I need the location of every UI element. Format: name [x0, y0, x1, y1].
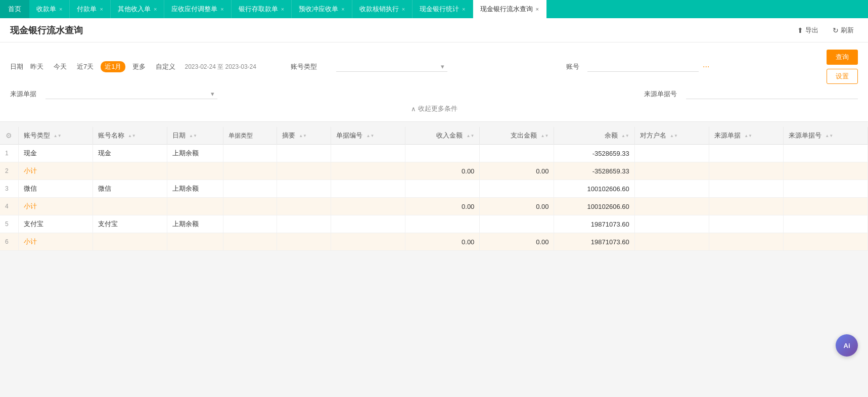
table-cell [223, 180, 277, 198]
account-type-select[interactable]: ▾ [336, 62, 447, 72]
table-cell [277, 180, 331, 198]
table-cell [709, 162, 783, 180]
nav-tab-6[interactable]: 收款核销执行 × [352, 0, 413, 18]
nav-tab-5[interactable]: 预收冲应收单 × [292, 0, 352, 18]
source-doc-no-input[interactable] [686, 89, 858, 99]
settings-button[interactable]: 设置 [827, 69, 858, 84]
table-body: 1现金现金上期余额-3528659.332小计0.000.00-3528659.… [0, 145, 868, 251]
chevron-down-icon-2: ▾ [211, 90, 214, 98]
nav-tab-7[interactable]: 现金银行统计 × [413, 0, 473, 18]
filter-row-1: 日期 昨天 今天 近7天 近1月 更多 自定义 2023-02-24 至 202… [10, 50, 858, 84]
table-cell: 支付宝 [18, 215, 93, 233]
page-header: 现金银行流水查询 ⬆ 导出 ↻ 刷新 [0, 18, 868, 42]
date-btn-custom[interactable]: 自定义 [153, 61, 178, 72]
sort-icon-doc-no[interactable]: ▲▼ [367, 134, 375, 138]
table-cell [331, 180, 405, 198]
table-header-row: ⚙ 账号类型 ▲▼ 账号名称 ▲▼ 日期 ▲▼ 单据类型 摘要 ▲▼ [0, 127, 868, 145]
table-cell [223, 145, 277, 162]
nav-tab-8[interactable]: 现金银行流水查询 × [473, 0, 546, 18]
table-cell: -3528659.33 [554, 145, 634, 162]
table-cell: 上期余额 [167, 145, 223, 162]
close-icon-1[interactable]: × [100, 6, 103, 12]
table-cell [223, 162, 277, 180]
table-cell: 小计 [18, 162, 93, 180]
sort-icon-source-doc[interactable]: ▲▼ [744, 134, 752, 138]
table-cell: 1 [0, 145, 18, 162]
filter-row-2: 来源单据 ▾ 来源单据号 [10, 89, 858, 99]
close-icon-6[interactable]: × [402, 6, 405, 12]
table-cell [167, 162, 223, 180]
table-cell [331, 215, 405, 233]
nav-tab-2[interactable]: 其他收入单 × [111, 0, 164, 18]
account-input[interactable] [587, 62, 699, 72]
date-btn-1month[interactable]: 近1月 [101, 61, 125, 72]
table-cell: -3528659.33 [554, 162, 634, 180]
collapse-bar[interactable]: ∧ 收起更多条件 [10, 102, 858, 114]
table-cell: 4 [0, 198, 18, 215]
source-doc-no-label: 来源单据号 [644, 90, 677, 99]
account-group: 账号 ··· [566, 62, 827, 72]
source-doc-select[interactable]: ▾ [45, 89, 217, 99]
query-button[interactable]: 查询 [827, 50, 858, 65]
more-options-icon[interactable]: ··· [703, 62, 709, 71]
date-btn-yesterday[interactable]: 昨天 [27, 61, 47, 72]
date-btn-more[interactable]: 更多 [129, 61, 149, 72]
table-cell [783, 198, 867, 215]
sort-icon-summary[interactable]: ▲▼ [299, 134, 307, 138]
close-icon-8[interactable]: × [536, 6, 539, 12]
close-icon-2[interactable]: × [154, 6, 157, 12]
close-icon-3[interactable]: × [220, 6, 223, 12]
close-icon-7[interactable]: × [462, 6, 465, 12]
export-label: 导出 [805, 26, 818, 35]
table-cell [93, 233, 167, 251]
collapse-up-icon: ∧ [411, 105, 416, 113]
export-button[interactable]: ⬆ 导出 [793, 24, 823, 37]
table-cell [167, 198, 223, 215]
table-cell: 现金 [93, 145, 167, 162]
source-doc-no-group: 来源单据号 [644, 89, 858, 99]
col-source-doc-no: 来源单据号 ▲▼ [783, 127, 867, 145]
date-btn-7days[interactable]: 近7天 [74, 61, 97, 72]
account-label: 账号 [566, 62, 579, 71]
col-account-name: 账号名称 ▲▼ [93, 127, 167, 145]
nav-tab-0[interactable]: 收款单 × [29, 0, 70, 18]
sort-icon-account-name[interactable]: ▲▼ [128, 134, 136, 138]
sort-icon-source-doc-no[interactable]: ▲▼ [825, 134, 833, 138]
nav-tab-3[interactable]: 应收应付调整单 × [164, 0, 231, 18]
col-doc-no: 单据编号 ▲▼ [331, 127, 405, 145]
sort-icon-counterpart[interactable]: ▲▼ [670, 134, 678, 138]
close-icon-4[interactable]: × [281, 6, 284, 12]
table-cell: 0.00 [405, 162, 480, 180]
table-cell [783, 215, 867, 233]
close-icon-0[interactable]: × [59, 6, 62, 12]
table-row: 4小计0.000.00100102606.60 [0, 198, 868, 215]
table-cell: 6 [0, 233, 18, 251]
table-cell: 0.00 [405, 233, 480, 251]
nav-home[interactable]: 首页 [0, 0, 29, 18]
date-shortcuts: 昨天 今天 近7天 近1月 更多 自定义 2023-02-24 至 2023-0… [27, 61, 256, 72]
table-cell: 2 [0, 162, 18, 180]
sort-icon-account-type[interactable]: ▲▼ [54, 134, 62, 138]
nav-tab-1[interactable]: 付款单 × [70, 0, 110, 18]
account-type-group: 账号类型 ▾ [291, 62, 551, 72]
table-cell [93, 198, 167, 215]
refresh-button[interactable]: ↻ 刷新 [829, 24, 858, 37]
date-btn-today[interactable]: 今天 [51, 61, 70, 72]
table-cell: 100102606.60 [554, 198, 634, 215]
table-row: 3微信微信上期余额100102606.60 [0, 180, 868, 198]
date-range-display: 2023-02-24 至 2023-03-24 [185, 63, 256, 71]
sort-icon-income[interactable]: ▲▼ [467, 134, 475, 138]
table-cell [480, 145, 554, 162]
close-icon-5[interactable]: × [341, 6, 344, 12]
sort-icon-expense[interactable]: ▲▼ [541, 134, 549, 138]
sort-icon-balance[interactable]: ▲▼ [621, 134, 629, 138]
sort-icon-date[interactable]: ▲▼ [189, 134, 197, 138]
gear-icon[interactable]: ⚙ [6, 131, 12, 140]
table-cell: 19871073.60 [554, 215, 634, 233]
table-cell: 5 [0, 215, 18, 233]
table-cell [783, 233, 867, 251]
nav-tab-4[interactable]: 银行存取款单 × [232, 0, 292, 18]
date-label: 日期 [10, 62, 23, 71]
col-expense: 支出金额 ▲▼ [480, 127, 554, 145]
table-cell: 上期余额 [167, 215, 223, 233]
